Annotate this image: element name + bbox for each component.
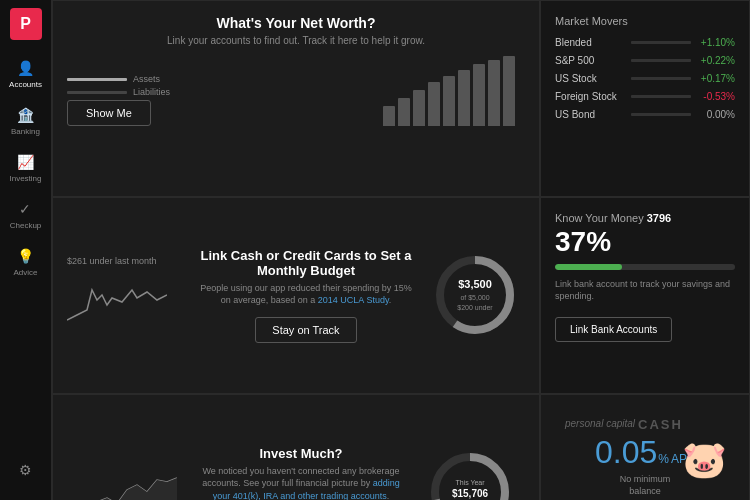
budget-title: Link Cash or Credit Cards to Set a Month… [197, 248, 415, 278]
market-row-usstock: US Stock +0.17% [555, 73, 735, 84]
market-row-sp500: S&P 500 +0.22% [555, 55, 735, 66]
budget-center: Link Cash or Credit Cards to Set a Month… [187, 248, 425, 343]
market-name-usstock: US Stock [555, 73, 625, 84]
svg-text:This Year: This Year [455, 479, 485, 486]
networth-subtitle: Link your accounts to find out. Track it… [167, 35, 425, 46]
market-bar-fill-blended [631, 41, 673, 44]
bar-7 [473, 64, 485, 126]
pc-brand-cash: CASH [638, 417, 683, 432]
networth-labels: Assets Liabilities Show Me [67, 74, 170, 126]
invest-donut: This Year $15,706 of $22,000 [425, 447, 515, 500]
sidebar-item-advice[interactable]: 💡 Advice [13, 238, 37, 285]
pc-apy-number: 0.05 [595, 434, 657, 471]
bar-4 [428, 82, 440, 126]
sidebar-label-accounts: Accounts [9, 80, 42, 89]
market-movers-panel: Market Movers Blended +1.10% S&P 500 +0.… [540, 0, 750, 197]
networth-title: What's Your Net Worth? [217, 15, 376, 31]
invest-panel: Invest Much? We noticed you haven't conn… [52, 394, 540, 500]
svg-text:of $5,000: of $5,000 [460, 294, 489, 301]
invest-right: This Year $15,706 of $22,000 [415, 447, 525, 500]
market-pct-foreign: -0.53% [697, 91, 735, 102]
cash-panel: personal capital CASH 0.05 % APY No mini… [540, 394, 750, 500]
market-bar-bg-sp500 [631, 59, 691, 62]
invest-left [67, 460, 187, 500]
budget-panel: $261 under last month Link Cash or Credi… [52, 197, 540, 394]
pc-brand-top: personal capital [565, 418, 635, 429]
market-name-foreign: Foreign Stock [555, 91, 625, 102]
invest-sparkline [67, 460, 177, 500]
advice-icon: 💡 [15, 246, 35, 266]
sidebar: P 👤 Accounts 🏦 Banking 📈 Investing ✓ Che… [0, 0, 52, 500]
networth-panel: What's Your Net Worth? Link your account… [52, 0, 540, 197]
banking-icon: 🏦 [15, 105, 35, 125]
assets-bar [67, 78, 127, 81]
bar-8 [488, 60, 500, 126]
market-bar-fill-sp500 [631, 59, 655, 62]
sidebar-label-checkup: Checkup [10, 221, 42, 230]
kym-progress-fill [555, 264, 622, 270]
svg-text:$200 under: $200 under [457, 304, 493, 311]
bar-2 [398, 98, 410, 126]
sidebar-item-checkup[interactable]: ✓ Checkup [10, 191, 42, 238]
kym-percent: 37% [555, 226, 735, 258]
budget-right: $3,500 of $5,000 $200 under [425, 250, 525, 340]
market-pct-usstock: +0.17% [697, 73, 735, 84]
budget-left: $261 under last month [67, 256, 187, 334]
market-bar-bg-usbond [631, 113, 691, 116]
market-pct-blended: +1.10% [697, 37, 735, 48]
link-bank-button[interactable]: Link Bank Accounts [555, 317, 672, 342]
invest-title: Invest Much? [197, 446, 405, 461]
invest-center: Invest Much? We noticed you haven't conn… [187, 446, 415, 500]
main-content: What's Your Net Worth? Link your account… [52, 0, 750, 500]
sidebar-item-investing[interactable]: 📈 Investing [9, 144, 41, 191]
market-name-blended: Blended [555, 37, 625, 48]
kym-description: Link bank account to track your savings … [555, 278, 735, 303]
budget-desc: People using our app reduced their spend… [197, 282, 415, 307]
market-bar-fill-foreign [631, 95, 661, 98]
investing-icon: 📈 [16, 152, 36, 172]
pig-icon: 🐷 [682, 439, 727, 481]
liabilities-label: Liabilities [133, 87, 170, 97]
market-pct-usbond: 0.00% [697, 109, 735, 120]
budget-sparkline [67, 270, 167, 330]
settings-icon: ⚙ [16, 460, 36, 480]
sidebar-label-advice: Advice [13, 268, 37, 277]
sidebar-item-banking[interactable]: 🏦 Banking [11, 97, 40, 144]
market-title: Market Movers [555, 15, 735, 27]
market-name-sp500: S&P 500 [555, 55, 625, 66]
stay-on-track-button[interactable]: Stay on Track [255, 317, 356, 343]
market-bar-bg-foreign [631, 95, 691, 98]
pc-apy-sup: % [658, 452, 669, 466]
market-row-blended: Blended +1.10% [555, 37, 735, 48]
bar-5 [443, 76, 455, 126]
bar-3 [413, 90, 425, 126]
market-bar-fill-usstock [631, 77, 652, 80]
kym-panel: Know Your Money 3796 37% Link bank accou… [540, 197, 750, 394]
market-name-usbond: US Bond [555, 109, 625, 120]
svg-text:$15,706: $15,706 [452, 488, 489, 499]
sidebar-item-settings[interactable]: ⚙ [16, 452, 36, 490]
market-bar-fill-usbond [631, 113, 632, 116]
market-bar-bg-blended [631, 41, 691, 44]
budget-link[interactable]: 2014 UCLA Study [318, 295, 389, 305]
checkup-icon: ✓ [15, 199, 35, 219]
assets-label: Assets [133, 74, 160, 84]
accounts-icon: 👤 [16, 58, 36, 78]
show-me-button[interactable]: Show Me [67, 100, 151, 126]
market-row-foreign: Foreign Stock -0.53% [555, 91, 735, 102]
bar-6 [458, 70, 470, 126]
bar-9 [503, 56, 515, 126]
kym-title: Know Your Money 3796 [555, 212, 735, 224]
budget-donut: $3,500 of $5,000 $200 under [430, 250, 520, 340]
kym-progress-bar [555, 264, 735, 270]
networth-chart [383, 56, 515, 126]
sidebar-label-banking: Banking [11, 127, 40, 136]
market-bar-bg-usstock [631, 77, 691, 80]
sidebar-item-accounts[interactable]: 👤 Accounts [9, 50, 42, 97]
sidebar-label-investing: Investing [9, 174, 41, 183]
liabilities-bar [67, 91, 127, 94]
bar-1 [383, 106, 395, 126]
market-pct-sp500: +0.22% [697, 55, 735, 66]
invest-desc: We noticed you haven't connected any bro… [197, 465, 405, 500]
under-label: $261 under last month [67, 256, 187, 266]
